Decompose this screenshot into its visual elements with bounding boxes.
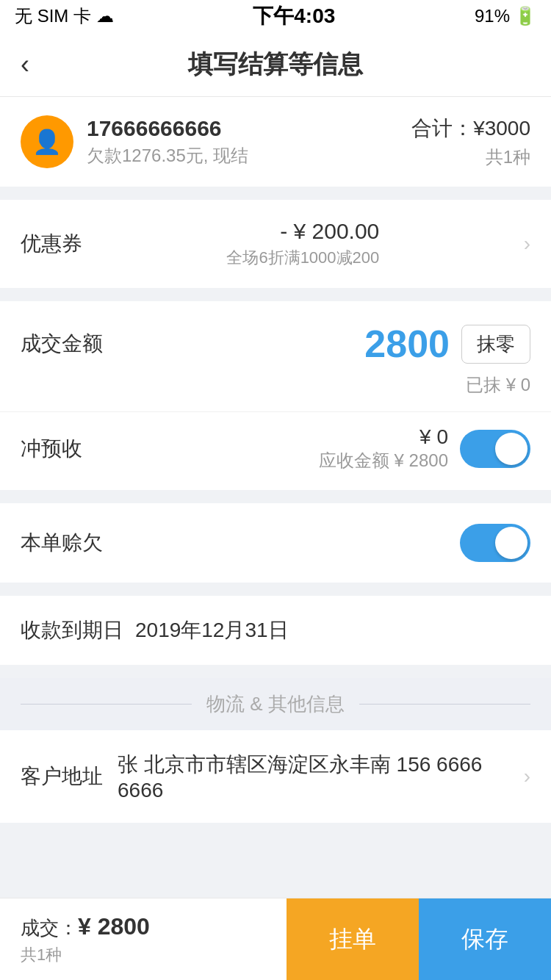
prepay-info: ¥ 0 应收金额 ¥ 2800 [319,425,448,472]
battery-text: 91% [475,6,510,26]
address-content: 张 北京市市辖区海淀区永丰南 156 6666 6666 [118,751,524,802]
back-button[interactable]: ‹ [21,49,29,80]
debt-toggle[interactable] [460,524,530,562]
status-bar: 无 SIM 卡 ☁ 下午4:03 91% 🔋 [0,0,551,32]
status-time: 下午4:03 [253,2,335,30]
duedate-value: 2019年12月31日 [135,616,289,644]
user-info: 17666666666 欠款1276.35元, 现结 [87,116,248,167]
bottom-summary-count: 共1种 [21,944,266,966]
duedate-label: 收款到期日 [21,616,123,644]
user-right: 合计：¥3000 共1种 [411,115,530,169]
prepay-right: ¥ 0 应收金额 ¥ 2800 [319,425,530,472]
prepay-toggle[interactable] [460,430,530,468]
debt-row: 本单赊欠 [0,503,551,583]
amount-row: 成交金额 2800 抹零 [0,301,551,373]
coupon-discount: - ¥ 200.00 [226,219,379,244]
address-chevron-icon: › [524,765,530,788]
user-count: 共1种 [411,145,530,169]
status-left: 无 SIM 卡 ☁ [15,4,114,28]
coupon-chevron-icon: › [524,232,530,256]
duedate-row: 收款到期日 2019年12月31日 [0,596,551,665]
round-button[interactable]: 抹零 [461,325,530,364]
bottom-summary-top: 成交：¥ 2800 [21,913,266,941]
bottom-summary-label: 成交： [21,917,78,939]
page-title: 填写结算等信息 [188,48,363,82]
avatar-icon: 👤 [32,128,62,156]
coupon-right: - ¥ 200.00 全场6折满1000减200 [226,219,379,269]
prepay-label: 冲预收 [21,435,82,463]
sim-text: 无 SIM 卡 ☁ [15,4,114,28]
user-phone: 17666666666 [87,116,248,141]
amount-section: 成交金额 2800 抹零 已抹 ¥ 0 冲预收 ¥ 0 应收金额 ¥ 2800 [0,301,551,490]
debt-label: 本单赊欠 [21,529,103,557]
user-subtext: 欠款1276.35元, 现结 [87,144,248,167]
prepay-amount: ¥ 0 [319,425,448,449]
amount-value: 2800 [364,322,450,366]
prepay-description: 应收金额 ¥ 2800 [319,449,448,472]
bottom-summary-amount: ¥ 2800 [78,913,150,940]
address-label: 客户地址 [21,763,103,790]
user-total: 合计：¥3000 [411,115,530,143]
user-left: 👤 17666666666 欠款1276.35元, 现结 [21,115,248,168]
user-info-row: 👤 17666666666 欠款1276.35元, 现结 合计：¥3000 共1… [0,97,551,187]
save-button[interactable]: 保存 [419,898,551,981]
divider-line-right [359,704,530,705]
coupon-description: 全场6折满1000减200 [226,247,379,269]
battery-icon: 🔋 [514,6,536,26]
bottom-bar: 成交：¥ 2800 共1种 挂单 保存 [0,898,551,980]
coupon-label: 优惠券 [21,230,82,258]
divider-line-left [21,704,192,705]
prepay-row: 冲预收 ¥ 0 应收金额 ¥ 2800 [0,411,551,490]
amount-subtext: 已抹 ¥ 0 [0,373,551,411]
divider-text: 物流 & 其他信息 [206,691,345,717]
amount-right: 2800 抹零 [364,322,530,366]
avatar: 👤 [21,115,73,168]
coupon-row[interactable]: 优惠券 - ¥ 200.00 全场6折满1000减200 › [0,200,551,288]
address-row[interactable]: 客户地址 张 北京市市辖区海淀区永丰南 156 6666 6666 › [0,730,551,823]
section-divider: 物流 & 其他信息 [0,678,551,730]
amount-label: 成交金额 [21,330,103,358]
status-right: 91% 🔋 [475,6,536,26]
nav-bar: ‹ 填写结算等信息 [0,32,551,97]
hang-button[interactable]: 挂单 [287,898,419,981]
bottom-summary: 成交：¥ 2800 共1种 [0,913,287,966]
